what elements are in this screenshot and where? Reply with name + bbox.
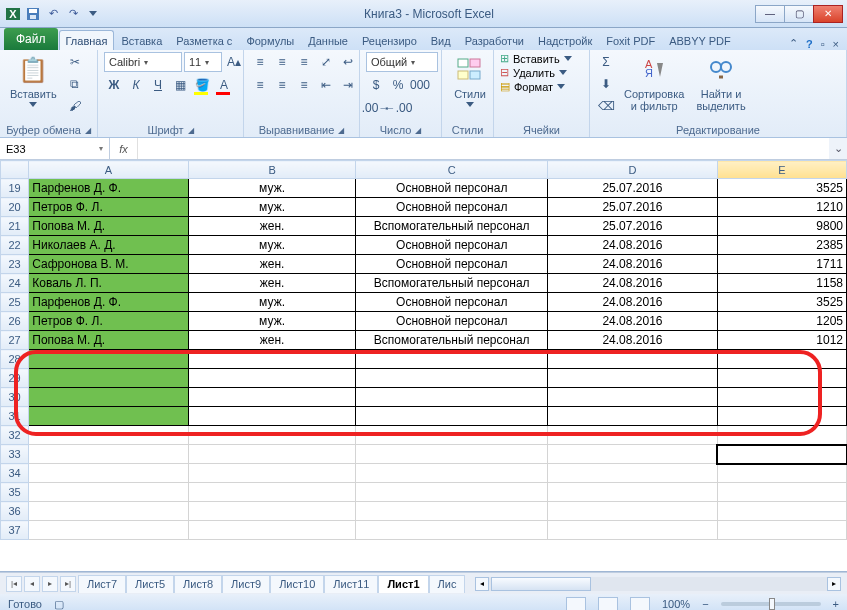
- sheet-tab-Лист5[interactable]: Лист5: [126, 575, 174, 593]
- row-header-27[interactable]: 27: [1, 331, 29, 350]
- cell-B27[interactable]: жен.: [188, 331, 356, 350]
- cell-E28[interactable]: [717, 350, 846, 369]
- cell-E23[interactable]: 1711: [717, 255, 846, 274]
- doc-restore-icon[interactable]: ▫: [821, 38, 825, 50]
- cell-D30[interactable]: [548, 388, 718, 407]
- row-header-33[interactable]: 33: [1, 445, 29, 464]
- row-header-30[interactable]: 30: [1, 388, 29, 407]
- name-box[interactable]: E33▾: [0, 138, 110, 159]
- cell-B34[interactable]: [188, 464, 356, 483]
- font-color-icon[interactable]: A: [214, 75, 234, 95]
- cell-E22[interactable]: 2385: [717, 236, 846, 255]
- cell-D25[interactable]: 24.08.2016: [548, 293, 718, 312]
- row-header-26[interactable]: 26: [1, 312, 29, 331]
- decrease-decimal-icon[interactable]: ←.00: [388, 98, 408, 118]
- scroll-left-icon[interactable]: ◂: [475, 577, 489, 591]
- cell-A19[interactable]: Парфенов Д. Ф.: [29, 179, 189, 198]
- cell-E35[interactable]: [717, 483, 846, 502]
- sheet-tab-Лист10[interactable]: Лист10: [270, 575, 324, 593]
- sheet-tab-Лист9[interactable]: Лист9: [222, 575, 270, 593]
- dialog-launcher-icon[interactable]: ◢: [85, 126, 91, 135]
- cell-A27[interactable]: Попова М. Д.: [29, 331, 189, 350]
- ribbon-tab-вид[interactable]: Вид: [424, 30, 458, 50]
- col-header-E[interactable]: E: [717, 161, 846, 179]
- sheet-nav-next-icon[interactable]: ▸: [42, 576, 58, 592]
- align-top-icon[interactable]: ≡: [250, 52, 270, 72]
- cell-A28[interactable]: [29, 350, 189, 369]
- ribbon-tab-данные[interactable]: Данные: [301, 30, 355, 50]
- cell-D34[interactable]: [548, 464, 718, 483]
- cell-E27[interactable]: 1012: [717, 331, 846, 350]
- align-center-icon[interactable]: ≡: [272, 75, 292, 95]
- cell-E25[interactable]: 3525: [717, 293, 846, 312]
- cell-C25[interactable]: Основной персонал: [356, 293, 548, 312]
- cell-A37[interactable]: [29, 521, 189, 540]
- cell-D36[interactable]: [548, 502, 718, 521]
- dialog-launcher-icon[interactable]: ◢: [415, 126, 421, 135]
- ribbon-tab-разработчи[interactable]: Разработчи: [458, 30, 531, 50]
- cell-A23[interactable]: Сафронова В. М.: [29, 255, 189, 274]
- cell-C22[interactable]: Основной персонал: [356, 236, 548, 255]
- cell-C28[interactable]: [356, 350, 548, 369]
- sheet-tab-Лист1[interactable]: Лист1: [378, 575, 428, 593]
- cell-E19[interactable]: 3525: [717, 179, 846, 198]
- cell-D21[interactable]: 25.07.2016: [548, 217, 718, 236]
- insert-cells-label[interactable]: Вставить: [511, 53, 562, 65]
- row-header-35[interactable]: 35: [1, 483, 29, 502]
- cell-C35[interactable]: [356, 483, 548, 502]
- row-header-28[interactable]: 28: [1, 350, 29, 369]
- ribbon-tab-главная[interactable]: Главная: [59, 30, 115, 50]
- cell-C34[interactable]: [356, 464, 548, 483]
- page-break-view-icon[interactable]: [630, 597, 650, 610]
- cell-E21[interactable]: 9800: [717, 217, 846, 236]
- row-header-25[interactable]: 25: [1, 293, 29, 312]
- cell-D33[interactable]: [548, 445, 718, 464]
- autosum-icon[interactable]: Σ: [596, 52, 616, 72]
- cell-C30[interactable]: [356, 388, 548, 407]
- file-tab[interactable]: Файл: [4, 28, 58, 50]
- cell-A25[interactable]: Парфенов Д. Ф.: [29, 293, 189, 312]
- zoom-slider[interactable]: [721, 602, 821, 606]
- cell-A33[interactable]: [29, 445, 189, 464]
- format-cells-label[interactable]: Формат: [512, 81, 555, 93]
- cell-B32[interactable]: [188, 426, 356, 445]
- currency-icon[interactable]: $: [366, 75, 386, 95]
- row-header-19[interactable]: 19: [1, 179, 29, 198]
- worksheet-grid[interactable]: ABCDE 19 Парфенов Д. Ф. муж. Основной пе…: [0, 160, 847, 572]
- ribbon-minimize-icon[interactable]: ⌃: [789, 37, 798, 50]
- paste-button[interactable]: 📋 Вставить: [6, 52, 61, 109]
- ribbon-tab-разметка с[interactable]: Разметка с: [169, 30, 239, 50]
- sort-filter-button[interactable]: АЯ Сортировка и фильтр: [620, 52, 688, 114]
- cell-D32[interactable]: [548, 426, 718, 445]
- cell-D27[interactable]: 24.08.2016: [548, 331, 718, 350]
- cell-B21[interactable]: жен.: [188, 217, 356, 236]
- underline-icon[interactable]: Ч: [148, 75, 168, 95]
- row-header-21[interactable]: 21: [1, 217, 29, 236]
- cell-B20[interactable]: муж.: [188, 198, 356, 217]
- cell-D29[interactable]: [548, 369, 718, 388]
- cut-icon[interactable]: ✂: [65, 52, 85, 72]
- cell-B28[interactable]: [188, 350, 356, 369]
- cell-E30[interactable]: [717, 388, 846, 407]
- cell-B23[interactable]: жен.: [188, 255, 356, 274]
- cell-B35[interactable]: [188, 483, 356, 502]
- row-header-36[interactable]: 36: [1, 502, 29, 521]
- macro-record-icon[interactable]: ▢: [54, 598, 64, 611]
- cell-E34[interactable]: [717, 464, 846, 483]
- zoom-out-icon[interactable]: −: [702, 598, 708, 610]
- cell-A26[interactable]: Петров Ф. Л.: [29, 312, 189, 331]
- cell-D28[interactable]: [548, 350, 718, 369]
- cell-A30[interactable]: [29, 388, 189, 407]
- cell-C33[interactable]: [356, 445, 548, 464]
- fx-icon[interactable]: fx: [110, 138, 138, 159]
- ribbon-tab-вставка[interactable]: Вставка: [114, 30, 169, 50]
- cell-D19[interactable]: 25.07.2016: [548, 179, 718, 198]
- cell-C20[interactable]: Основной персонал: [356, 198, 548, 217]
- row-header-20[interactable]: 20: [1, 198, 29, 217]
- cell-A36[interactable]: [29, 502, 189, 521]
- border-icon[interactable]: ▦: [170, 75, 190, 95]
- cell-B24[interactable]: жен.: [188, 274, 356, 293]
- row-header-32[interactable]: 32: [1, 426, 29, 445]
- cell-B36[interactable]: [188, 502, 356, 521]
- ribbon-tab-рецензиро[interactable]: Рецензиро: [355, 30, 424, 50]
